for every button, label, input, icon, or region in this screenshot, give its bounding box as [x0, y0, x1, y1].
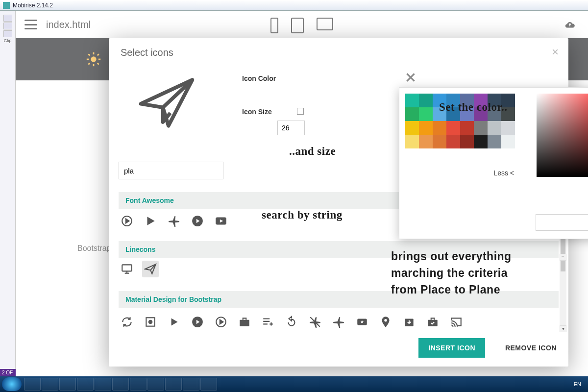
app-logo-icon [3, 2, 10, 9]
color-swatch[interactable] [460, 121, 474, 135]
windows-taskbar[interactable]: EN [0, 376, 588, 392]
airplane-off-icon[interactable] [307, 314, 323, 330]
color-swatch[interactable] [419, 94, 433, 107]
color-swatch[interactable] [501, 121, 515, 135]
taskbar-item[interactable] [112, 378, 129, 391]
color-swatch[interactable] [433, 94, 446, 107]
play-circle-solid-icon[interactable] [189, 213, 206, 229]
icon-size-checkbox[interactable] [297, 108, 304, 115]
svg-rect-12 [122, 265, 132, 271]
color-swatch[interactable] [460, 135, 474, 148]
color-swatch[interactable] [405, 94, 419, 107]
cast-icon[interactable] [448, 314, 465, 330]
icon-size-input[interactable] [277, 121, 305, 135]
taskbar-item[interactable] [183, 378, 199, 391]
color-swatch[interactable] [474, 107, 488, 121]
paper-plane-icon[interactable] [142, 261, 159, 277]
refresh-icon[interactable] [119, 314, 135, 330]
paper-plane-icon [132, 73, 201, 131]
color-swatch[interactable] [474, 135, 488, 148]
plane-icon[interactable] [166, 213, 182, 229]
color-swatch[interactable] [433, 135, 446, 148]
place-icon[interactable] [377, 314, 394, 330]
play-circle-outline-icon[interactable] [119, 213, 135, 229]
clipboard-label: Clip [0, 38, 15, 43]
category-header-linecons[interactable]: Linecons [119, 241, 559, 258]
icon-row-linecons [119, 261, 159, 277]
color-swatch[interactable] [405, 107, 419, 121]
taskbar-language[interactable]: EN [569, 381, 586, 387]
local-play-icon[interactable] [354, 314, 370, 330]
color-swatch[interactable] [488, 135, 501, 148]
svg-point-14 [149, 320, 152, 324]
briefcase-check-icon[interactable] [424, 314, 441, 330]
archive-down-icon[interactable] [401, 314, 417, 330]
select-icons-modal: Select icons × Icon Color Icon Size Font… [109, 38, 568, 367]
office-ribbon-strip: Clip [0, 11, 16, 376]
color-swatch[interactable] [501, 94, 515, 107]
taskbar-item[interactable] [147, 378, 164, 391]
popover-close-icon[interactable] [404, 71, 417, 84]
taskbar-item[interactable] [24, 378, 41, 391]
color-swatch[interactable] [419, 107, 433, 121]
color-swatch[interactable] [488, 94, 501, 107]
play-arrow-icon[interactable] [166, 314, 182, 330]
icon-row-fontawesome [119, 213, 229, 229]
saturation-lightness-area[interactable] [537, 94, 588, 177]
taskbar-item[interactable] [200, 378, 217, 391]
insert-icon-button[interactable]: INSERT ICON [418, 338, 485, 358]
color-swatch[interactable] [419, 121, 433, 135]
color-swatch[interactable] [419, 135, 433, 148]
color-swatch[interactable] [405, 135, 419, 148]
color-hex-input[interactable] [536, 214, 588, 231]
color-swatch[interactable] [474, 94, 488, 107]
color-swatch[interactable] [474, 121, 488, 135]
play-solid-icon[interactable] [142, 213, 159, 229]
icon-search-input[interactable] [119, 162, 223, 179]
airplane-icon[interactable] [330, 314, 347, 330]
color-swatch[interactable] [488, 121, 501, 135]
brightness-icon[interactable] [142, 314, 159, 330]
color-swatch[interactable] [446, 107, 460, 121]
word-statusbar: 2 OF [0, 369, 16, 376]
youtube-play-icon[interactable] [213, 213, 229, 229]
scrollbar-marker: ≡ [560, 254, 566, 261]
scrollbar-down[interactable]: ▾ [560, 325, 566, 332]
category-header-mdb[interactable]: Material Design for Bootstrap [119, 291, 559, 308]
start-button[interactable] [2, 377, 22, 391]
color-swatch[interactable] [433, 107, 446, 121]
icon-preview [127, 68, 206, 136]
taskbar-item[interactable] [165, 378, 182, 391]
taskbar-item[interactable] [130, 378, 147, 391]
window-title: Mobirise 2.14.2 [13, 2, 53, 9]
playlist-add-icon[interactable] [260, 314, 276, 330]
play-circle-outline-icon[interactable] [213, 314, 229, 330]
remove-icon-button[interactable]: REMOVE ICON [505, 338, 557, 358]
color-swatch[interactable] [460, 94, 474, 107]
replay-icon[interactable] [283, 314, 300, 330]
color-swatch[interactable] [446, 121, 460, 135]
taskbar-item[interactable] [42, 378, 58, 391]
color-swatch[interactable] [405, 121, 419, 135]
modal-close-button[interactable]: × [552, 45, 559, 59]
icon-row-mdb [119, 314, 465, 330]
taskbar-item[interactable] [59, 378, 76, 391]
color-swatch[interactable] [488, 107, 501, 121]
os-titlebar: Mobirise 2.14.2 [0, 0, 588, 11]
color-swatch[interactable] [446, 94, 460, 107]
taskbar-item[interactable] [95, 378, 111, 391]
less-colors-link[interactable]: Less < [405, 169, 514, 177]
app-surface: index.html Bootstrap ... of t ... frar .… [16, 11, 588, 376]
briefcase-icon[interactable] [236, 314, 253, 330]
color-swatch[interactable] [501, 107, 515, 121]
color-swatch[interactable] [501, 135, 515, 148]
display-icon[interactable] [119, 261, 135, 277]
svg-rect-17 [240, 320, 249, 326]
play-circle-filled-icon[interactable] [189, 314, 206, 330]
color-swatch[interactable] [433, 121, 446, 135]
taskbar-item[interactable] [77, 378, 94, 391]
modal-title: Select icons [109, 38, 568, 62]
color-swatch[interactable] [460, 107, 474, 121]
annotation-search: search by string [262, 209, 343, 221]
color-swatch[interactable] [446, 135, 460, 148]
